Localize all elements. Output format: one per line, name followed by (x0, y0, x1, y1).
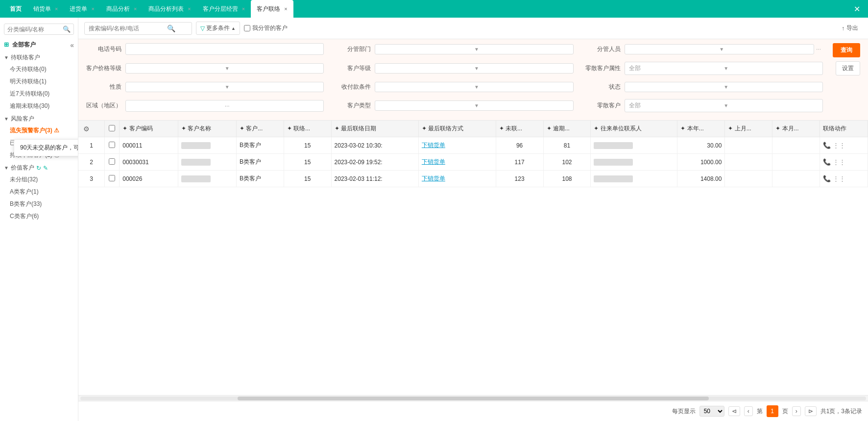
th-last-method[interactable]: ✦ 最后联络方式 (418, 121, 496, 137)
horizontal-scrollbar[interactable] (78, 395, 868, 401)
zero-attr-select[interactable]: 全部 ▼ (625, 62, 823, 75)
th-type[interactable]: ✦ 客户... (236, 121, 284, 137)
nav-tab-customer-segment[interactable]: 客户分层经营 × (197, 0, 251, 18)
first-page-button[interactable]: ⊲ (728, 406, 740, 416)
row2-contact: 15 (284, 154, 331, 171)
nav-tab-analysis[interactable]: 商品分析 × (100, 0, 143, 18)
close-analysis-list-icon[interactable]: × (188, 6, 191, 12)
row3-last-month (725, 171, 772, 187)
sidebar-item-class-c[interactable]: C类客户(6) (0, 210, 78, 223)
close-analysis-icon[interactable]: × (134, 6, 137, 12)
th-last-date[interactable]: ✦ 最后联络日期 (331, 121, 418, 137)
row3-checkbox[interactable] (109, 175, 115, 181)
query-button[interactable]: 查询 (833, 43, 860, 57)
prev-page-button[interactable]: ‹ (744, 406, 753, 416)
dept-select[interactable]: ▼ (375, 44, 573, 54)
status-select[interactable]: ▼ (625, 82, 823, 92)
row2-this-year: 1000.00 (677, 154, 725, 171)
my-customers-checkbox-wrap[interactable]: 我分管的客户 (244, 24, 288, 32)
sidebar-item-today[interactable]: 今天待联络(0) (0, 63, 78, 75)
risk-section[interactable]: ▼ 风险客户 (0, 112, 78, 124)
sidebar-item-lost-pred[interactable]: 流失预警客户(3) ⚠ (0, 124, 78, 137)
th-last-month[interactable]: ✦ 上月... (725, 121, 772, 137)
sidebar-item-overdue[interactable]: 逾期未联络(30) (0, 100, 78, 112)
settings-button[interactable]: 设置 (836, 61, 860, 75)
select-all-checkbox[interactable] (109, 125, 115, 131)
payment-arrow-icon: ▼ (474, 84, 569, 90)
row1-checkbox[interactable] (109, 142, 115, 148)
region-select[interactable]: ··· (125, 100, 324, 112)
sidebar-item-7days[interactable]: 近7天待联络(0) (0, 88, 78, 100)
sidebar-search-input[interactable] (7, 26, 63, 33)
filter-icon: ▽ (200, 25, 205, 32)
close-customer-segment-icon[interactable]: × (242, 6, 245, 12)
th-name[interactable]: ✦ 客户名称 (178, 121, 236, 137)
th-this-year[interactable]: ✦ 本年... (677, 121, 725, 137)
main-search-input[interactable] (89, 25, 167, 32)
nav-tab-sales[interactable]: 销货单 × (27, 0, 64, 18)
row2-checkbox[interactable] (109, 158, 115, 165)
edit-icon[interactable]: ✎ (43, 165, 48, 172)
close-customer-link-icon[interactable]: × (284, 6, 287, 12)
region-dots[interactable]: ··· (223, 102, 320, 109)
close-purchase-icon[interactable]: × (91, 6, 94, 12)
nav-tab-analysis-list[interactable]: 商品分析列表 × (143, 0, 196, 18)
person-dots[interactable]: ··· (814, 46, 823, 52)
window-close-button[interactable]: ✕ (850, 2, 864, 16)
collapse-icon[interactable]: « (70, 41, 74, 49)
main-search-wrap[interactable]: 🔍 (84, 22, 192, 35)
pending-section[interactable]: ▼ 待联络客户 (0, 51, 78, 63)
cust-type-select[interactable]: ▼ (375, 100, 573, 111)
row3-more-icon[interactable]: ⋮⋮ (833, 175, 845, 182)
row2-call-icon[interactable]: 📞 (823, 158, 831, 166)
row1-more-icon[interactable]: ⋮⋮ (833, 142, 845, 149)
gear-icon[interactable]: ⚙ (81, 125, 92, 133)
row1-call-icon[interactable]: 📞 (823, 142, 831, 149)
row2-type: B类客户 (236, 154, 284, 171)
th-contact[interactable]: ✦ 联络... (284, 121, 331, 137)
phone-input[interactable] (125, 43, 324, 55)
close-sales-icon[interactable]: × (55, 6, 58, 12)
th-no-contact[interactable]: ✦ 未联... (496, 121, 543, 137)
row1-type: B类客户 (236, 137, 284, 154)
customer-link-label: 客户联络 (257, 5, 280, 13)
nature-select[interactable]: ▼ (125, 82, 324, 92)
sidebar-item-class-b[interactable]: B类客户(33) (0, 198, 78, 210)
next-page-button[interactable]: › (792, 406, 801, 416)
payment-select[interactable]: ▼ (375, 82, 573, 92)
price-level-select[interactable]: ▼ (125, 63, 324, 74)
row3-name (178, 171, 236, 187)
sidebar-item-class-a[interactable]: A类客户(1) (0, 186, 78, 198)
th-unit-contact[interactable]: ✦ 往来单位联系人 (591, 121, 677, 137)
content-area: 🔍 ▽ 更多条件 ▲ 我分管的客户 ↑ 导出 (78, 18, 868, 421)
my-customers-checkbox[interactable] (244, 25, 250, 31)
nav-tab-purchase[interactable]: 进货单 × (64, 0, 100, 18)
value-section[interactable]: ▼ 价值客户 ↻ ✎ (0, 161, 78, 173)
more-filter-button[interactable]: ▽ 更多条件 ▲ (196, 22, 240, 35)
row2-this-month (772, 154, 820, 171)
value-label: 价值客户 (11, 164, 34, 172)
nav-tab-customer-link[interactable]: 客户联络 × (251, 0, 293, 18)
row2-more-icon[interactable]: ⋮⋮ (833, 158, 845, 166)
sidebar-item-ungrouped[interactable]: 未分组(32) (0, 173, 78, 186)
th-this-month-label: ✦ 本月... (775, 125, 798, 132)
last-page-button[interactable]: ⊳ (805, 406, 817, 416)
page-size-select[interactable]: 50 100 200 (699, 406, 724, 417)
nav-tab-home[interactable]: 首页 (4, 0, 27, 18)
th-overdue[interactable]: ✦ 逾期... (543, 121, 591, 137)
row3-call-icon[interactable]: 📞 (823, 175, 831, 182)
all-customers-group[interactable]: ⊞ 全部客户 « (0, 39, 78, 51)
person-select[interactable]: ▼ (625, 44, 814, 54)
main-search-icon[interactable]: 🔍 (167, 25, 175, 32)
zero-cust-select[interactable]: 全部 ▼ (625, 99, 823, 112)
sidebar-search-wrap[interactable]: 🔍 (4, 24, 74, 35)
row1-overdue: 81 (543, 137, 591, 154)
analysis-list-label: 商品分析列表 (148, 5, 184, 13)
zero-attr-value: 全部 (629, 64, 724, 73)
refresh-icon[interactable]: ↻ (36, 165, 41, 172)
th-this-month[interactable]: ✦ 本月... (772, 121, 820, 137)
export-button[interactable]: ↑ 导出 (838, 22, 862, 34)
th-code[interactable]: ✦ 客户编码 (120, 121, 178, 137)
sidebar-item-tomorrow[interactable]: 明天待联络(1) (0, 75, 78, 88)
cust-level-select[interactable]: ▼ (375, 63, 573, 74)
